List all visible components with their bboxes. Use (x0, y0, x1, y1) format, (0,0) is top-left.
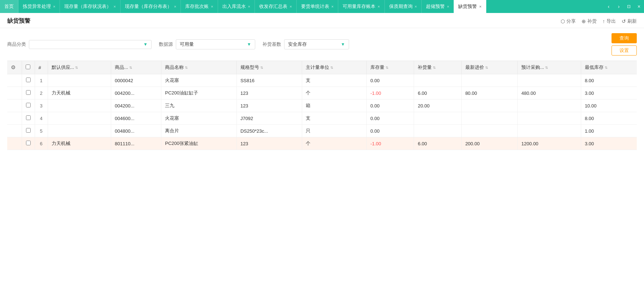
sort-supplier[interactable]: 默认供应... ⇅ (52, 64, 78, 71)
tab-label-2: 现存量（库存状况表） (64, 3, 111, 10)
tab-label-5: 出入库流水 (222, 3, 246, 10)
row-checkbox-cell-2 (22, 100, 35, 112)
tab-item-10[interactable]: 超储预警× (422, 0, 454, 13)
row-checkbox-4[interactable] (26, 128, 31, 133)
tab-item-8[interactable]: 可用量库存账本× (338, 0, 384, 13)
select-all-checkbox[interactable] (26, 65, 30, 69)
tab-item-5[interactable]: 出入库流水× (218, 0, 255, 13)
row-stock-0: 0.00 (367, 74, 414, 87)
tab-close-10[interactable]: × (447, 4, 449, 9)
export-button[interactable]: ↑ 导出 (602, 18, 616, 25)
replenish-icon: ⊕ (582, 18, 586, 24)
sort-product-name[interactable]: 商品名称 ⇅ (165, 64, 188, 71)
row-stock-2: 0.00 (367, 100, 414, 112)
row-no-3: 4 (35, 112, 48, 125)
tab-close-4[interactable]: × (211, 4, 213, 9)
tab-item-6[interactable]: 收发存汇总表× (255, 0, 296, 13)
row-gear-3 (7, 112, 22, 125)
row-latest-price-4 (461, 125, 517, 137)
row-product-name-1: PC200油缸缸子 (161, 87, 237, 100)
row-spec-2: 123 (236, 100, 302, 112)
refresh-label: 刷新 (627, 18, 637, 25)
tab-close-3[interactable]: × (174, 4, 176, 9)
sort-latest-price[interactable]: 最新进价 ⇅ (465, 64, 488, 71)
tab-close-7[interactable]: × (331, 4, 334, 9)
refresh-button[interactable]: ↺ 刷新 (622, 18, 637, 25)
row-product-code-1: 004200... (111, 87, 161, 100)
tab-close-9[interactable]: × (415, 4, 417, 9)
tab-item-9[interactable]: 保质期查询× (385, 0, 422, 13)
sort-unit[interactable]: 主计量单位 ⇅ (306, 64, 333, 71)
sort-min-stock[interactable]: 最低库存 ⇅ (585, 64, 608, 71)
row-replenish-4 (414, 125, 461, 137)
sort-spec[interactable]: 规格型号 ⇅ (240, 64, 263, 71)
row-product-code-2: 004200... (111, 100, 161, 112)
tab-close-6[interactable]: × (290, 4, 292, 9)
tab-close-11[interactable]: × (479, 4, 481, 9)
window-close-button[interactable]: × (634, 0, 644, 13)
row-min-stock-1: 3.00 (581, 87, 637, 100)
row-checkbox-5[interactable] (26, 141, 31, 145)
row-checkbox-3[interactable] (26, 115, 31, 120)
row-no-2: 3 (35, 100, 48, 112)
sort-product-code[interactable]: 商品... ⇅ (115, 64, 132, 71)
tab-close-1[interactable]: × (53, 4, 55, 9)
col-replenish: 补货量 ⇅ (414, 61, 461, 74)
datasource-select-value: 可用量 (180, 41, 194, 48)
table-body: 1 0000042 火花塞 SS816 支 0.00 8.00 2 力天机械 0… (7, 74, 637, 150)
row-unit-1: 个 (302, 87, 367, 100)
tab-close-5[interactable]: × (248, 4, 250, 9)
tab-bar: 首页拣货异常处理×现存量（库存状况表）×现存量（库存分布表）×库存批次账×出入库… (0, 0, 644, 13)
row-checkbox-cell-0 (22, 74, 35, 87)
sort-estimated-purchase[interactable]: 预计采购... ⇅ (521, 64, 548, 71)
col-stock: 库存量 ⇅ (367, 61, 414, 74)
tab-label-0: 首页 (4, 3, 14, 10)
tab-next-button[interactable]: › (614, 0, 624, 13)
window-restore-button[interactable]: ⊡ (624, 0, 634, 13)
category-select-arrow-icon: ▼ (143, 42, 148, 47)
row-replenish-0 (414, 74, 461, 87)
replenish-button[interactable]: ⊕ 补货 (582, 18, 597, 25)
row-stock-4: 0.00 (367, 125, 414, 137)
refresh-icon: ↺ (622, 18, 626, 24)
tab-item-7[interactable]: 要货单统计表× (297, 0, 338, 13)
settings-gear-icon[interactable]: ⚙ (11, 64, 16, 70)
row-checkbox-cell-3 (22, 112, 35, 125)
row-estimated-purchase-1: 480.00 (518, 87, 581, 100)
tab-item-0[interactable]: 首页 (0, 0, 18, 13)
tab-prev-button[interactable]: ‹ (604, 0, 614, 13)
row-estimated-purchase-2 (518, 100, 581, 112)
query-button[interactable]: 查询 (612, 33, 637, 43)
table-row: 6 力天机械 801110... PC200张紧油缸 123 个 -1.00 6… (7, 137, 637, 150)
row-checkbox-0[interactable] (26, 78, 31, 82)
row-supplier-1: 力天机械 (48, 87, 111, 100)
row-spec-3: J7092 (236, 112, 302, 125)
tab-close-8[interactable]: × (378, 4, 380, 9)
category-select[interactable]: ▼ (29, 40, 152, 49)
tab-label-7: 要货单统计表 (301, 3, 329, 10)
settings-button[interactable]: 设置 (612, 45, 637, 56)
tab-item-11[interactable]: 缺货预警× (454, 0, 486, 13)
row-checkbox-2[interactable] (26, 103, 31, 107)
row-gear-1 (7, 87, 22, 100)
tab-item-2[interactable]: 现存量（库存状况表）× (60, 0, 120, 13)
sort-stock[interactable]: 库存量 ⇅ (370, 64, 388, 71)
row-replenish-5: 6.00 (414, 137, 461, 150)
row-checkbox-1[interactable] (26, 90, 31, 95)
row-estimated-purchase-5: 1200.00 (518, 137, 581, 150)
share-icon: ⬡ (561, 18, 565, 24)
table-header-row: ⚙ # 默认供应... ⇅ 商品... (7, 61, 637, 74)
tab-close-2[interactable]: × (113, 4, 116, 9)
datasource-select[interactable]: 可用量 ▼ (176, 39, 255, 49)
row-latest-price-2 (461, 100, 517, 112)
row-latest-price-0 (461, 74, 517, 87)
table-row: 1 0000042 火花塞 SS816 支 0.00 8.00 (7, 74, 637, 87)
sort-product-name-icon: ⇅ (185, 66, 188, 70)
tab-item-4[interactable]: 库存批次账× (181, 0, 218, 13)
sort-replenish[interactable]: 补货量 ⇅ (418, 64, 436, 71)
tab-item-3[interactable]: 现存量（库存分布表）× (121, 0, 181, 13)
share-button[interactable]: ⬡ 分享 (561, 18, 576, 25)
tab-item-1[interactable]: 拣货异常处理× (18, 0, 60, 13)
row-unit-4: 只 (302, 125, 367, 137)
replenish-select[interactable]: 安全库存 ▼ (284, 39, 349, 49)
